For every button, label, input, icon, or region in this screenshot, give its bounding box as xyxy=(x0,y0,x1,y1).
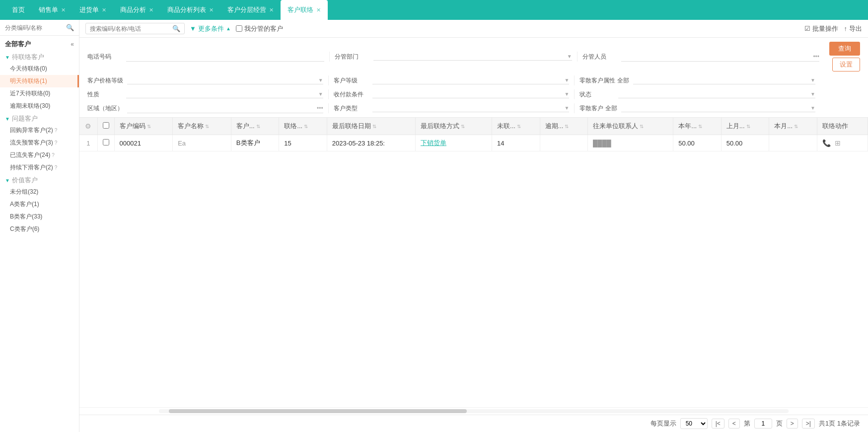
filter-search-icon[interactable]: 🔍 xyxy=(172,25,180,32)
sidebar-item[interactable]: 逾期未联络(30) xyxy=(0,100,79,112)
filter-row-4: 区域（地区） ••• 客户类型 ▼ 零散客户 全部 ▼ xyxy=(87,103,860,113)
customers-table: ⚙ 客户编码⇅ 客户名称⇅ 客户...⇅ 联络...⇅ 最后联络日期⇅ 最后联络… xyxy=(79,118,868,151)
query-button[interactable]: 查询 xyxy=(829,42,860,56)
action-phone-icon[interactable]: 📞 xyxy=(822,139,831,147)
select-all-checkbox[interactable] xyxy=(103,122,109,129)
sidebar-item[interactable]: C类客户(6) xyxy=(0,223,79,235)
footer: 每页显示 50 100 200 |< < 第 页 > >| 共1页 1条记录 xyxy=(79,415,868,432)
sidebar-group-label: ▼问题客户 xyxy=(0,112,79,124)
total-records: 共1页 1条记录 xyxy=(819,419,860,428)
nav-tabs: 销售单✕进货单✕商品分析✕商品分析列表✕客户分层经营✕客户联络✕ xyxy=(32,0,328,20)
right-action-btns: ☑ 批量操作 ↑ 导出 xyxy=(804,24,863,33)
payment-select[interactable]: ▼ xyxy=(372,90,570,98)
divider xyxy=(577,52,578,62)
sidebar-search-icon[interactable]: 🔍 xyxy=(66,24,74,31)
nav-tab[interactable]: 进货单✕ xyxy=(72,0,113,20)
row-unit-contact: ████ xyxy=(587,135,673,151)
phone-input[interactable] xyxy=(126,52,324,62)
sidebar-search-input[interactable] xyxy=(5,24,66,31)
price-level-select[interactable]: ▼ xyxy=(127,76,323,84)
row-this-month xyxy=(769,135,817,151)
row-not-contacted: 14 xyxy=(492,135,540,151)
col-action: 联络动作 xyxy=(817,118,868,135)
tab-close-icon[interactable]: ✕ xyxy=(61,7,66,13)
dept-select[interactable]: ▼ xyxy=(373,53,572,61)
tab-close-icon[interactable]: ✕ xyxy=(102,7,106,13)
sidebar-item[interactable]: 今天待联络(0) xyxy=(0,63,79,75)
sidebar-group-label: ▼价值客户 xyxy=(0,174,79,186)
nav-tab[interactable]: 销售单✕ xyxy=(32,0,72,20)
row-this-year: 50.00 xyxy=(673,135,721,151)
sidebar-item[interactable]: 已流失客户(24)? xyxy=(0,149,79,161)
page-size-label: 每页显示 xyxy=(651,419,676,428)
my-customers-checkbox[interactable]: 我分管的客户 xyxy=(236,24,283,33)
info-icon: ? xyxy=(55,140,58,145)
page-input[interactable] xyxy=(754,419,772,429)
sidebar-item[interactable]: A类客户(1) xyxy=(0,198,79,211)
search-wrap: 🔍 xyxy=(85,23,185,34)
action-grid-icon[interactable]: ⊞ xyxy=(835,139,841,147)
row-code: 000021 xyxy=(114,135,173,151)
col-this-year: 本年...⇅ xyxy=(673,118,721,135)
manager-select[interactable]: ••• xyxy=(621,52,819,62)
sidebar-item[interactable]: 明天待联络(1) xyxy=(0,75,79,87)
batch-action-btn[interactable]: ☑ 批量操作 xyxy=(804,24,838,33)
filter-search-input[interactable] xyxy=(90,25,172,32)
tab-close-icon[interactable]: ✕ xyxy=(209,7,214,13)
sidebar-item[interactable]: 持续下滑客户(2)? xyxy=(0,161,79,174)
scrollbar-thumb[interactable] xyxy=(169,409,467,413)
col-overdue: 逾期...⇅ xyxy=(540,118,587,135)
sidebar-item[interactable]: 近7天待联络(0) xyxy=(0,87,79,100)
row-gear: 1 xyxy=(79,135,97,151)
nav-tab[interactable]: 商品分析✕ xyxy=(113,0,160,20)
sidebar-all-customers[interactable]: 全部客户 « xyxy=(0,36,79,51)
region-select[interactable]: ••• xyxy=(127,104,323,113)
sidebar-item[interactable]: 未分组(32) xyxy=(0,186,79,198)
row-checkbox[interactable] xyxy=(103,139,109,145)
contact-method-link[interactable]: 下销货单 xyxy=(421,139,446,146)
sidebar-item[interactable]: 回购异常客户(2)? xyxy=(0,124,79,137)
filter-action-btns: 查询 设置 xyxy=(829,42,860,72)
prev-page-btn[interactable]: < xyxy=(728,419,740,429)
export-btn[interactable]: ↑ 导出 xyxy=(844,24,863,33)
filter-customer-type: 客户类型 ▼ xyxy=(334,104,570,113)
filter-phone: 电话号码 xyxy=(87,52,324,62)
retail-attr-select[interactable]: ▼ xyxy=(633,76,815,84)
horizontal-scrollbar[interactable] xyxy=(159,409,789,413)
setting-button[interactable]: 设置 xyxy=(832,58,860,72)
col-settings-icon[interactable]: ⚙ xyxy=(85,122,91,130)
more-conditions-btn[interactable]: ▼ 更多条件 ▲ xyxy=(190,24,231,33)
tab-close-icon[interactable]: ✕ xyxy=(316,7,321,13)
nav-home[interactable]: 首页 xyxy=(5,0,32,20)
filter-status: 状态 ▼ xyxy=(579,90,815,99)
table-wrap: ⚙ 客户编码⇅ 客户名称⇅ 客户...⇅ 联络...⇅ 最后联络日期⇅ 最后联络… xyxy=(79,118,868,407)
nav-tab[interactable]: 客户分层经营✕ xyxy=(220,0,281,20)
sidebar-group-label: ▼待联络客户 xyxy=(0,51,79,63)
sidebar-item[interactable]: B类客户(33) xyxy=(0,211,79,223)
nav-tab[interactable]: 商品分析列表✕ xyxy=(160,0,220,20)
table-row: 1 000021 Ea B类客户 15 2023-05-23 18:25: 下销… xyxy=(79,135,868,151)
tab-close-icon[interactable]: ✕ xyxy=(149,7,153,13)
retail-customer-select[interactable]: ▼ xyxy=(621,104,815,112)
page-size-select[interactable]: 50 100 200 xyxy=(680,418,708,429)
last-page-btn[interactable]: >| xyxy=(802,419,815,429)
customer-level-select[interactable]: ▼ xyxy=(372,76,570,84)
col-type: 客户...⇅ xyxy=(231,118,279,135)
filter-payment: 收付款条件 ▼ xyxy=(334,90,570,99)
sidebar-collapse-icon[interactable]: « xyxy=(71,41,74,48)
next-page-btn[interactable]: > xyxy=(787,419,798,429)
nature-select[interactable]: ▼ xyxy=(126,90,323,98)
status-select[interactable]: ▼ xyxy=(618,90,815,98)
page-suffix: 页 xyxy=(776,419,783,428)
scrollbar-area xyxy=(79,407,868,415)
content-area: 🔍 ▼ 更多条件 ▲ 我分管的客户 ☑ 批量操作 ↑ 导出 xyxy=(79,20,868,432)
tab-close-icon[interactable]: ✕ xyxy=(269,7,274,13)
my-customers-check[interactable] xyxy=(236,25,242,32)
sidebar-item[interactable]: 流失预警客户(3)? xyxy=(0,137,79,149)
row-checkbox-cell xyxy=(97,135,114,151)
customer-type-select[interactable]: ▼ xyxy=(372,104,570,112)
first-page-btn[interactable]: |< xyxy=(712,419,724,429)
filter-region: 区域（地区） ••• xyxy=(87,104,323,113)
nav-tab[interactable]: 客户联络✕ xyxy=(281,0,328,20)
filter-customer-level: 客户等级 ▼ xyxy=(334,76,570,85)
